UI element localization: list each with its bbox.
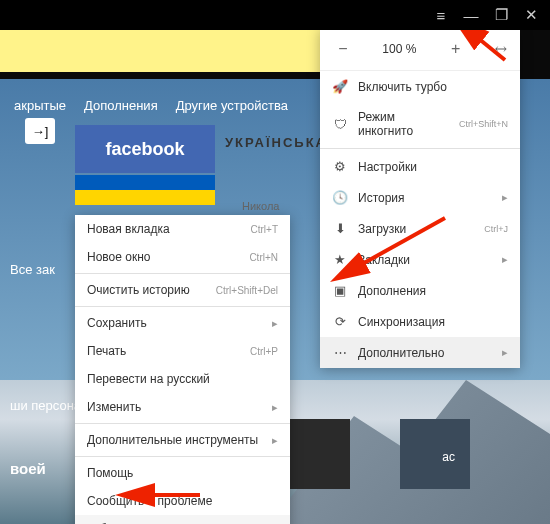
submenu-label: Изменить bbox=[87, 400, 141, 414]
shortcut: Ctrl+P bbox=[250, 346, 278, 357]
menu-icon: ⟳ bbox=[332, 314, 348, 329]
menu-icon: 🚀 bbox=[332, 79, 348, 94]
chevron-right-icon: ▸ bbox=[272, 434, 278, 447]
menu-item[interactable]: ⋯Дополнительно▸ bbox=[320, 337, 520, 368]
zoom-value: 100 % bbox=[382, 42, 416, 56]
svoey-text: воей bbox=[10, 460, 46, 477]
submenu-item[interactable]: Новое окноCtrl+N bbox=[75, 243, 290, 271]
thumbnail-text: ас bbox=[442, 450, 455, 464]
submenu-item[interactable]: Сохранить▸ bbox=[75, 309, 290, 337]
menu-icon: 🛡 bbox=[332, 117, 348, 132]
close-button[interactable]: ✕ bbox=[522, 6, 540, 24]
menu-icon: ⋯ bbox=[332, 345, 348, 360]
chevron-right-icon: ▸ bbox=[502, 191, 508, 204]
menu-label: Настройки bbox=[358, 160, 508, 174]
menu-label: Включить турбо bbox=[358, 80, 508, 94]
menu-icon: 🕓 bbox=[332, 190, 348, 205]
tab-closed[interactable]: акрытые bbox=[14, 98, 66, 113]
address-bar[interactable] bbox=[0, 30, 320, 72]
tab-addons[interactable]: Дополнения bbox=[84, 98, 158, 113]
shortcut: Ctrl+Shift+Del bbox=[216, 285, 278, 296]
submenu-item[interactable]: ПечатьCtrl+P bbox=[75, 337, 290, 365]
submenu-item[interactable]: Очистить историюCtrl+Shift+Del bbox=[75, 276, 290, 304]
nikolay-text: Никола bbox=[242, 200, 279, 212]
tabs-bar: акрытые Дополнения Другие устройства bbox=[0, 90, 302, 121]
submenu-label: Печать bbox=[87, 344, 126, 358]
submenu-item[interactable]: Изменить▸ bbox=[75, 393, 290, 421]
chevron-right-icon: ▸ bbox=[502, 346, 508, 359]
menu-item[interactable]: 🕓История▸ bbox=[320, 182, 520, 213]
chevron-right-icon: ▸ bbox=[272, 401, 278, 414]
login-icon[interactable]: →] bbox=[25, 118, 55, 144]
minimize-button[interactable]: — bbox=[462, 7, 480, 24]
flag-tile[interactable] bbox=[75, 175, 215, 205]
context-submenu: Новая вкладкаCtrl+TНовое окноCtrl+NОчист… bbox=[75, 215, 290, 524]
main-menu: − 100 % + ⤢ 🚀Включить турбо🛡Режим инкогн… bbox=[320, 28, 520, 368]
submenu-item[interactable]: Новая вкладкаCtrl+T bbox=[75, 215, 290, 243]
menu-label: Режим инкогнито bbox=[358, 110, 449, 138]
shortcut: Ctrl+N bbox=[249, 252, 278, 263]
tab-devices[interactable]: Другие устройства bbox=[176, 98, 288, 113]
menu-icon: ⚙ bbox=[332, 159, 348, 174]
shortcut: Ctrl+Shift+N bbox=[459, 119, 508, 129]
arrow-annotation-3 bbox=[115, 480, 205, 510]
menu-item[interactable]: 🛡Режим инкогнитоCtrl+Shift+N bbox=[320, 102, 520, 146]
menu-item[interactable]: ⟳Синхронизация bbox=[320, 306, 520, 337]
titlebar: ≡ — ❐ ✕ bbox=[0, 0, 550, 30]
arrow-annotation-2 bbox=[325, 210, 455, 290]
all-bookmarks[interactable]: Все зак bbox=[10, 262, 55, 277]
chevron-right-icon: ▸ bbox=[502, 253, 508, 266]
submenu-label: Дополнительные инструменты bbox=[87, 433, 258, 447]
facebook-tile[interactable]: facebook bbox=[75, 125, 215, 173]
zoom-out-button[interactable]: − bbox=[332, 38, 354, 60]
ukrainska-tile[interactable]: УКРАЇНСЬКА bbox=[225, 135, 327, 150]
submenu-item[interactable]: О браузере bbox=[75, 515, 290, 524]
submenu-label: Перевести на русский bbox=[87, 372, 210, 386]
submenu-label: Сохранить bbox=[87, 316, 147, 330]
chevron-right-icon: ▸ bbox=[272, 317, 278, 330]
submenu-label: Новая вкладка bbox=[87, 222, 170, 236]
menu-label: История bbox=[358, 191, 492, 205]
thumbnail-1[interactable] bbox=[280, 419, 350, 489]
maximize-button[interactable]: ❐ bbox=[492, 6, 510, 24]
menu-label: Синхронизация bbox=[358, 315, 508, 329]
shortcut: Ctrl+T bbox=[251, 224, 279, 235]
submenu-label: Очистить историю bbox=[87, 283, 190, 297]
menu-item[interactable]: ⚙Настройки bbox=[320, 151, 520, 182]
hamburger-icon[interactable]: ≡ bbox=[432, 7, 450, 24]
thumbnail-2[interactable] bbox=[400, 419, 470, 489]
shortcut: Ctrl+J bbox=[484, 224, 508, 234]
submenu-item[interactable]: Дополнительные инструменты▸ bbox=[75, 426, 290, 454]
submenu-label: Новое окно bbox=[87, 250, 151, 264]
menu-label: Дополнительно bbox=[358, 346, 492, 360]
menu-item[interactable]: 🚀Включить турбо bbox=[320, 71, 520, 102]
submenu-item[interactable]: Перевести на русский bbox=[75, 365, 290, 393]
submenu-label: Помощь bbox=[87, 466, 133, 480]
